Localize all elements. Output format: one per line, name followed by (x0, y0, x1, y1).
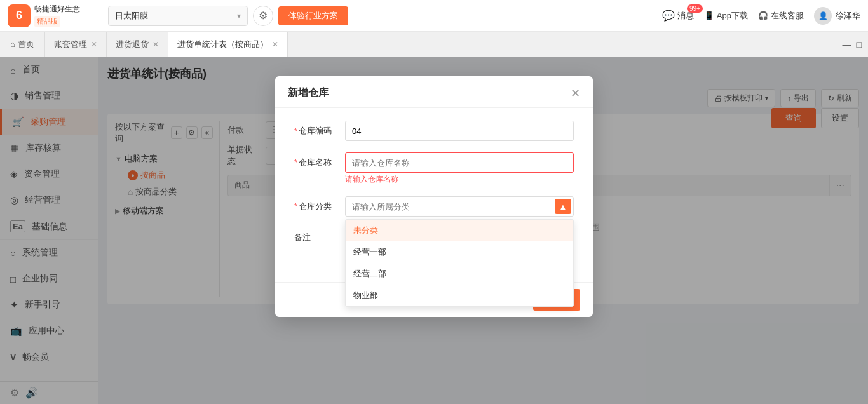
modal-body: * 仓库编码 * 仓库名称 请输入仓库名称 (275, 108, 593, 282)
trial-button[interactable]: 体验行业方案 (278, 6, 348, 25)
tab-home-icon: ⌂ (10, 39, 15, 49)
name-input[interactable] (345, 152, 574, 173)
tab-accounts-label: 账套管理 (54, 39, 87, 50)
search-dropdown-icon: ▾ (237, 11, 241, 20)
user-area[interactable]: 👤 徐泽华 (814, 7, 860, 25)
tab-accounts[interactable]: 账套管理 ✕ (45, 32, 107, 57)
search-bar[interactable]: 日太阳膜 ▾ (108, 6, 248, 26)
app-download-label: App下载 (717, 10, 748, 22)
category-label: * 仓库分类 (294, 196, 345, 217)
name-input-wrapper: 请输入仓库名称 (345, 152, 574, 185)
name-label: * 仓库名称 (294, 152, 345, 173)
tab-returns-label: 进货退货 (116, 39, 149, 50)
code-input[interactable] (345, 121, 574, 141)
username: 徐泽华 (836, 10, 860, 22)
message-icon: 💬 (662, 10, 675, 22)
tab-bar: ⌂ 首页 账套管理 ✕ 进货退货 ✕ 进货单统计表（按商品） ✕ — □ (0, 32, 868, 57)
logo-icon: 6 (8, 4, 31, 27)
logo-text-block: 畅捷通好生意 精品版 (34, 4, 80, 27)
phone-icon: 📱 (704, 11, 714, 20)
tab-home[interactable]: ⌂ 首页 (0, 32, 45, 57)
tab-stats-close[interactable]: ✕ (272, 40, 278, 49)
modal-title: 新增仓库 (288, 86, 329, 100)
headset-icon: 🎧 (758, 11, 768, 20)
form-row-name: * 仓库名称 请输入仓库名称 (294, 152, 574, 185)
dropdown-option-1[interactable]: 经营一部 (346, 241, 573, 263)
modal: 新增仓库 ✕ * 仓库编码 * 仓库名称 (275, 76, 593, 317)
tab-accounts-close[interactable]: ✕ (91, 40, 97, 49)
form-row-category: * 仓库分类 ▲ 未分类 经营一部 经营二部 物业部 (294, 196, 574, 217)
tab-returns[interactable]: 进货退货 ✕ (107, 32, 168, 57)
tab-returns-close[interactable]: ✕ (153, 40, 159, 49)
form-row-code: * 仓库编码 (294, 121, 574, 141)
required-star-category: * (294, 196, 297, 217)
tab-controls: — □ (843, 32, 868, 57)
online-service-label: 在线客服 (771, 10, 804, 22)
category-dropdown-wrapper: ▲ 未分类 经营一部 经营二部 物业部 (345, 196, 574, 217)
app-download-item[interactable]: 📱 App下载 (704, 10, 748, 22)
message-item[interactable]: 💬 99+ 消息 (662, 10, 694, 22)
modal-header: 新增仓库 ✕ (275, 76, 593, 108)
note-label: 备注 (294, 228, 345, 243)
dropdown-option-3[interactable]: 物业部 (346, 285, 573, 306)
online-service-item[interactable]: 🎧 在线客服 (758, 10, 804, 22)
search-text: 日太阳膜 (115, 10, 237, 22)
app-edition: 精品版 (34, 16, 60, 27)
name-error-msg: 请输入仓库名称 (345, 174, 574, 185)
dropdown-option-0[interactable]: 未分类 (346, 220, 573, 241)
code-label: * 仓库编码 (294, 125, 345, 137)
message-badge: 99+ (687, 4, 703, 13)
tab-home-label: 首页 (18, 39, 34, 50)
tab-stats-label: 进货单统计表（按商品） (177, 39, 268, 50)
tab-stats[interactable]: 进货单统计表（按商品） ✕ (168, 32, 288, 57)
category-dropdown-menu: 未分类 经营一部 经营二部 物业部 (345, 219, 574, 307)
logo-area: 6 畅捷通好生意 精品版 (8, 4, 103, 27)
maximize-icon[interactable]: □ (857, 39, 862, 50)
dropdown-option-2[interactable]: 经营二部 (346, 263, 573, 285)
minimize-icon[interactable]: — (843, 39, 851, 50)
category-input[interactable] (345, 196, 574, 217)
gear-button[interactable]: ⚙ (253, 6, 273, 26)
avatar: 👤 (814, 7, 832, 25)
category-dropdown-arrow[interactable]: ▲ (555, 199, 571, 214)
required-star-code: * (294, 126, 297, 136)
modal-close-button[interactable]: ✕ (571, 88, 580, 99)
header-right: 💬 99+ 消息 📱 App下载 🎧 在线客服 👤 徐泽华 (662, 7, 860, 25)
app-name: 畅捷通好生意 (34, 4, 80, 15)
required-star-name: * (294, 152, 297, 173)
main-layout: ⌂ 首页 ◑ 销售管理 🛒 采购管理 ▦ 库存核算 ◈ 资金管理 ◎ 经 (0, 57, 868, 404)
top-header: 6 畅捷通好生意 精品版 日太阳膜 ▾ ⚙ 体验行业方案 💬 99+ 消息 📱 … (0, 0, 868, 32)
modal-overlay: 新增仓库 ✕ * 仓库编码 * 仓库名称 (0, 57, 868, 404)
